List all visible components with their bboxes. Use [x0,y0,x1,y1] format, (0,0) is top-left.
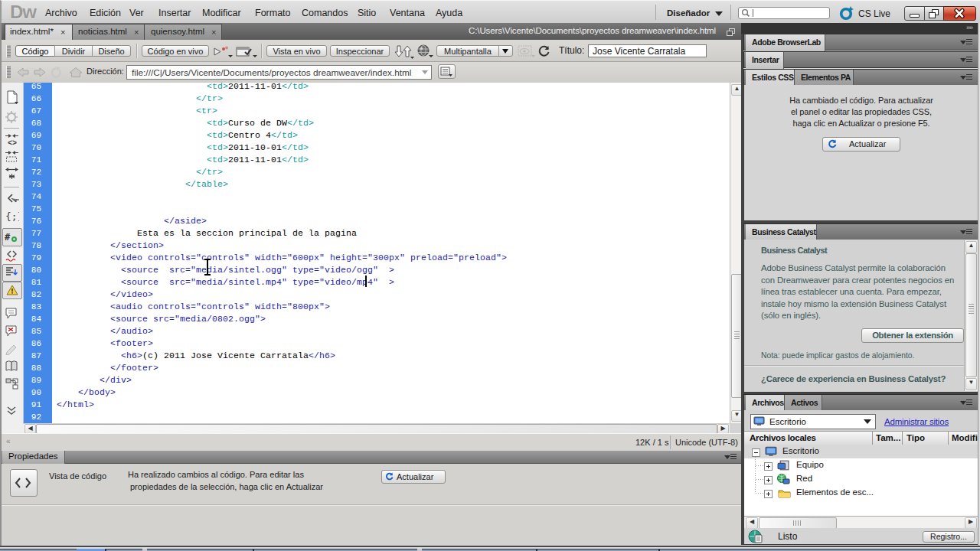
svg-text:<>: <> [8,139,17,146]
svg-text:{;}: {;} [5,210,19,222]
svg-text:#: # [5,232,11,243]
